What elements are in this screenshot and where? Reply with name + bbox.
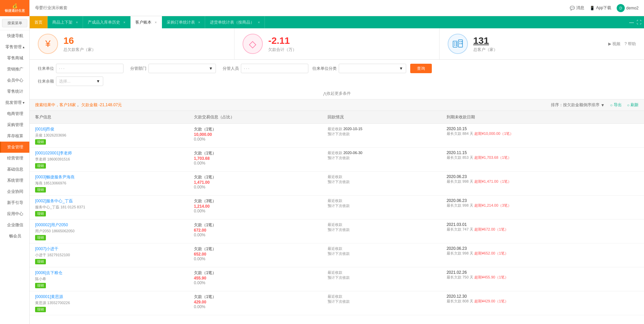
customer-name-6[interactable]: [0006]去下粮仓	[35, 270, 183, 276]
video-icon: ▶	[608, 41, 611, 46]
cell-debt-4: 欠款（1笔） 672.00 0.00%	[189, 219, 322, 243]
export-label: 导出	[614, 102, 622, 108]
sidebar-item-retail-stat[interactable]: 零售统计	[0, 86, 29, 97]
customer-name-5[interactable]: [0007]小进干	[35, 246, 183, 252]
next-collect-1: 预计下次收款	[328, 155, 436, 160]
sidebar-item-batch-mgmt[interactable]: 批发管理 ▼	[0, 97, 29, 108]
overdue-link-2[interactable]: 超期¥1,471.00（1笔）	[474, 179, 511, 183]
table-header-row: 客户信息 欠款交易信息（占比） 回款情况 到期未收款日期	[30, 111, 644, 124]
collapse-label: 收起更多条件	[327, 91, 351, 96]
next-collect-2: 预计下次收款	[328, 179, 436, 184]
debt-amount-7[interactable]: 429.00	[194, 300, 317, 304]
debt-amount-1[interactable]: 1,703.68	[194, 156, 317, 161]
customer-name-2[interactable]: [0003]畅捷服务尹海燕	[35, 174, 183, 180]
unit-class-select[interactable]: ▼	[339, 64, 406, 73]
customer-name-1[interactable]: [0001020001]李老师	[35, 150, 183, 156]
overdue-link-4[interactable]: 超期¥672.00（1笔）	[474, 227, 508, 231]
close-icon[interactable]: ×	[123, 21, 125, 24]
overdue-link-1[interactable]: 超期¥1,703.68（1笔）	[474, 155, 511, 159]
user-avatar[interactable]: D demo2	[617, 4, 639, 12]
sidebar-item-wechat[interactable]: 企业微信	[0, 219, 29, 231]
export-button[interactable]: ○ 导出	[610, 102, 622, 108]
debt-amount-2[interactable]: 1,471.00	[194, 180, 317, 185]
minimize-icon[interactable]: —	[629, 20, 634, 25]
cell-customer-1: [0001020001]李老师 李老师 18600391516 现销	[30, 148, 189, 172]
close-icon[interactable]: ×	[155, 21, 157, 24]
customer-name-7[interactable]: [000001]黄思源	[35, 294, 183, 300]
debt-amount-0[interactable]: 10,000.00	[194, 132, 317, 137]
sidebar-item-basic-info[interactable]: 基础信息	[0, 164, 29, 175]
customer-tag-5: 现销	[35, 259, 46, 264]
logo-subtitle: 畅捷通好生意	[5, 8, 25, 13]
sidebar-item-capital[interactable]: 资金管理	[0, 142, 29, 153]
results-actions: 排序：按欠款金额倒序排序 ▼ ○ 导出 ○ 刷新	[551, 102, 639, 108]
debt-customers-label: 总欠款客户（家）	[63, 47, 96, 53]
tab-production-history[interactable]: 产成品入库单历史 ×	[83, 16, 131, 28]
debt-amount-5[interactable]: 652.00	[194, 252, 317, 257]
results-amount-value: -21,148.07元	[99, 102, 122, 107]
sidebar-item-purchase[interactable]: 采购管理	[0, 119, 29, 130]
debt-amount-3[interactable]: 1,214.00	[194, 204, 317, 209]
total-customers-content: 131 总客户（家）	[473, 35, 498, 53]
table-row: [0002]服务中心_丁磊 服务中心_丁磊 181 0125 8371 现销 欠…	[30, 196, 644, 219]
filter-toggle[interactable]: ⋀ 收起更多条件	[35, 89, 639, 99]
sidebar-item-system[interactable]: 系统管理	[0, 175, 29, 186]
table-row: [0007]小进干 小进干 18279152100 现销 欠款（1笔） 652.…	[30, 243, 644, 267]
due-date-0: 2020.10.15	[447, 126, 639, 131]
tab-customer-account[interactable]: 客户账本 ×	[131, 16, 162, 28]
sort-selector[interactable]: 排序：按欠款金额倒序排序 ▼	[551, 102, 605, 108]
debt-count-3: 欠款（3笔）	[194, 198, 317, 204]
overdue-link-7[interactable]: 超期¥429.00（1笔）	[474, 299, 508, 303]
sidebar-item-retail-mall[interactable]: 零售商城	[0, 53, 29, 64]
col-debt-info: 欠款交易信息（占比）	[189, 111, 322, 124]
overdue-link-0[interactable]: 超期¥10,000.00（1笔）	[474, 131, 513, 136]
sidebar-item-enterprise[interactable]: 企业协同	[0, 186, 29, 197]
customer-tag-1: 现销	[35, 163, 46, 169]
sidebar-item-app-center[interactable]: 应用中心	[0, 208, 29, 219]
maximize-icon[interactable]: ⛶	[637, 20, 641, 25]
svg-rect-9	[461, 43, 462, 44]
help-link[interactable]: ? 帮助	[624, 41, 636, 47]
sidebar-item-member[interactable]: 会员中心	[0, 75, 29, 86]
close-icon[interactable]: ×	[258, 21, 260, 24]
close-icon[interactable]: ×	[76, 21, 78, 24]
tab-home[interactable]: 首页	[30, 16, 48, 28]
sidebar-item-quick-nav[interactable]: 快捷导航	[0, 30, 29, 41]
tab-product-shelf[interactable]: 商品上下架 ×	[48, 16, 83, 28]
overdue-link-6[interactable]: 超期¥455.90（1笔）	[474, 275, 508, 279]
from-unit-input[interactable]: ···	[56, 64, 123, 73]
app-download-button[interactable]: 📱 App下载	[590, 5, 611, 11]
close-icon[interactable]: ×	[198, 21, 200, 24]
results-summary: 搜索结果中，客户16家	[35, 102, 76, 107]
sidebar-item-member-vip[interactable]: 畅会员	[0, 231, 29, 242]
svg-rect-2	[454, 42, 455, 43]
sidebar-item-guide[interactable]: 新手引导	[0, 197, 29, 208]
sidebar-item-marketing[interactable]: 营销推广	[0, 64, 29, 75]
balance-select[interactable]: 选择... ▼	[56, 77, 103, 86]
sidebar-item-retail-mgmt[interactable]: 零售管理 ▲	[0, 41, 29, 53]
video-link[interactable]: ▶ 视频	[608, 41, 620, 47]
overdue-link-5[interactable]: 超期¥652.00（1笔）	[474, 251, 508, 255]
dept-select[interactable]: ▼	[148, 64, 216, 73]
query-button[interactable]: 查询	[410, 64, 432, 73]
sidebar-item-ecommerce[interactable]: 电商管理	[0, 108, 29, 119]
next-collect-3: 预计下次收款	[328, 203, 436, 208]
overdue-link-3[interactable]: 超期¥1,214.00（3笔）	[474, 203, 511, 207]
customer-name-0[interactable]: [0016]昂俊	[35, 126, 183, 132]
sidebar-item-operations[interactable]: 经营管理	[0, 153, 29, 164]
manager-input[interactable]: ···	[241, 64, 308, 73]
search-menu-button[interactable]: 搜索菜单	[2, 19, 27, 27]
total-customers-value: 131	[473, 35, 498, 47]
app-label: App下载	[596, 5, 611, 11]
message-button[interactable]: 💬 消息	[570, 5, 584, 11]
tab-purchase-order[interactable]: 采购订单统计表 ×	[162, 16, 205, 28]
debt-amount-6[interactable]: 455.90	[194, 276, 317, 281]
debt-amount-4[interactable]: 672.00	[194, 228, 317, 233]
customer-name-4[interactable]: [000002]用户2050	[35, 222, 183, 228]
tab-inventory-stats[interactable]: 进货单统计表（按商品） ×	[205, 16, 265, 28]
sidebar-item-inventory[interactable]: 库存核算	[0, 130, 29, 142]
help-label: 帮助	[628, 41, 636, 47]
customer-name-3[interactable]: [0002]服务中心_丁磊	[35, 198, 183, 204]
refresh-button[interactable]: ○ 刷新	[627, 102, 639, 108]
logo: 💰 畅捷通好生意	[0, 0, 29, 16]
